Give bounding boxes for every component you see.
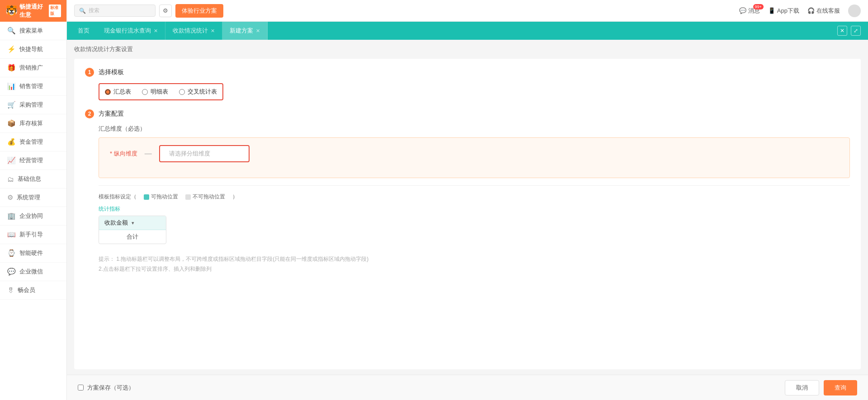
topbar-left: 🔍 搜索 ⚙ 体验行业方案 [74, 4, 732, 18]
notification-button[interactable]: 💬 消息 99+ [739, 7, 760, 15]
sidebar-item-hardware[interactable]: ⌚ 智能硬件 [0, 244, 66, 263]
tab-collection-stat-label: 收款情况统计 [173, 27, 208, 35]
sidebar-item-sales[interactable]: 📊 销售管理 [0, 77, 66, 96]
marketing-icon: 🎁 [7, 64, 16, 72]
sidebar-item-base-info[interactable]: 🗂 基础信息 [0, 170, 66, 188]
dimension-input[interactable]: 请选择分组维度 [159, 145, 250, 162]
step2-section: 2 方案配置 汇总维度（必选） 纵向维度 — 请选择分组维度 [85, 109, 850, 274]
metrics-table: 收款金额 ▾ 合计 [99, 216, 166, 244]
purchase-icon: 🛒 [7, 101, 16, 109]
sidebar-item-finance[interactable]: 💰 资金管理 [0, 133, 66, 151]
tab-bank-flow-close[interactable]: ✕ [154, 28, 158, 34]
metrics-col-body-text: 合计 [127, 233, 138, 240]
download-label: App下载 [777, 7, 799, 15]
radio-summary[interactable]: 汇总表 [105, 88, 131, 96]
metrics-setting-label: 模板指标设定（ [99, 193, 137, 201]
main-area: 🔍 搜索 ⚙ 体验行业方案 💬 消息 99+ 📱 App下载 🎧 在线客服 [67, 0, 868, 400]
online-support-button[interactable]: 🎧 在线客服 [807, 7, 840, 15]
radio-summary-input[interactable] [105, 89, 111, 95]
sidebar-item-system[interactable]: ⚙ 系统管理 [0, 188, 66, 207]
radio-summary-label: 汇总表 [113, 88, 131, 96]
phone-icon: 📱 [768, 7, 775, 14]
finance-icon: 💰 [7, 138, 16, 146]
radio-detail[interactable]: 明细表 [142, 88, 168, 96]
metrics-chevron-icon[interactable]: ▾ [132, 220, 134, 226]
sidebar-item-label: 采购管理 [19, 101, 43, 109]
logo-icon: 🐯 [5, 5, 18, 17]
metrics-section: 模板指标设定（ 可拖动位置 不可拖动位置 ） 统计指标 [99, 193, 850, 245]
tip-2: 2.点击标题栏下拉可设置排序、插入列和删除列 [99, 264, 850, 274]
footer: 方案保存（可选） 取消 查询 [67, 375, 868, 400]
app-download-button[interactable]: 📱 App下载 [768, 7, 799, 15]
step1-section: 1 选择模板 汇总表 明细表 交叉统计表 [85, 68, 850, 100]
step1-number: 1 [85, 68, 94, 77]
user-avatar [848, 5, 861, 17]
sidebar-item-guide[interactable]: 📖 新手引导 [0, 226, 66, 244]
sidebar-item-label: 企业协同 [19, 212, 43, 220]
draggable-label: 可拖动位置 [151, 193, 178, 201]
step2-title: 方案配置 [99, 110, 124, 118]
close-window-button[interactable]: ✕ [837, 26, 847, 36]
step2-number: 2 [85, 109, 94, 118]
support-label: 在线客服 [816, 7, 840, 15]
search-box[interactable]: 🔍 搜索 [74, 5, 156, 17]
section-divider [99, 185, 850, 186]
save-checkbox[interactable] [78, 385, 84, 391]
settings-card: 1 选择模板 汇总表 明细表 交叉统计表 [74, 59, 861, 369]
tip-1: 提示： 1.拖动标题栏可以调整布局，不可跨维度或指标区域拖动栏目字段(只能在同一… [99, 254, 850, 264]
metrics-col-header-row: 收款金额 ▾ [99, 216, 166, 230]
settings-button[interactable]: ⚙ [159, 5, 172, 17]
search-menu-icon: 🔍 [7, 27, 16, 35]
save-label: 方案保存（可选） [87, 384, 134, 392]
message-icon: 💬 [739, 7, 746, 14]
maximize-window-button[interactable]: ⤢ [851, 26, 861, 36]
sidebar-item-label: 智能硬件 [19, 249, 43, 257]
sidebar-item-marketing[interactable]: 🎁 营销推广 [0, 59, 66, 77]
sidebar-item-label: 搜索菜单 [19, 27, 43, 35]
industry-btn[interactable]: 体验行业方案 [175, 4, 223, 18]
tab-collection-stat[interactable]: 收款情况统计 ✕ [165, 22, 222, 40]
metrics-header: 模板指标设定（ 可拖动位置 不可拖动位置 ） [99, 193, 850, 201]
dimension-title: 汇总维度（必选） [99, 125, 850, 133]
sidebar-item-label: 企业微信 [19, 268, 43, 276]
non-draggable-tag: 不可拖动位置 [185, 193, 225, 201]
step1-header: 1 选择模板 [85, 68, 850, 77]
footer-left: 方案保存（可选） [78, 384, 134, 392]
system-icon: ⚙ [7, 193, 13, 202]
sidebar-item-search-menu[interactable]: 🔍 搜索菜单 [0, 22, 66, 40]
sidebar-item-quick-nav[interactable]: ⚡ 快捷导航 [0, 40, 66, 59]
sidebar-item-label: 基础信息 [18, 175, 41, 183]
cancel-button[interactable]: 取消 [785, 380, 819, 395]
draggable-tag: 可拖动位置 [144, 193, 178, 201]
tab-new-plan-close[interactable]: ✕ [256, 28, 260, 34]
hardware-icon: ⌚ [7, 249, 16, 257]
tips-section: 提示： 1.拖动标题栏可以调整布局，不可跨维度或指标区域拖动栏目字段(只能在同一… [99, 254, 850, 274]
sidebar-item-purchase[interactable]: 🛒 采购管理 [0, 96, 66, 114]
draggable-dot-icon [144, 194, 149, 200]
sidebar-item-label: 快捷导航 [19, 45, 43, 53]
query-button[interactable]: 查询 [824, 380, 857, 395]
radio-cross[interactable]: 交叉统计表 [179, 88, 217, 96]
sidebar-item-wechat[interactable]: 💬 企业微信 [0, 263, 66, 281]
arrow-icon: — [145, 150, 152, 158]
sidebar-item-vip[interactable]: 🎖 畅会员 [0, 281, 66, 300]
radio-cross-input[interactable] [179, 89, 185, 95]
radio-detail-input[interactable] [142, 89, 148, 95]
tab-bank-flow[interactable]: 现金银行流水查询 ✕ [97, 22, 165, 40]
base-info-icon: 🗂 [7, 175, 14, 183]
tab-collection-stat-close[interactable]: ✕ [211, 28, 215, 34]
tab-new-plan-label: 新建方案 [230, 27, 253, 35]
sidebar-item-enterprise[interactable]: 🏢 企业协同 [0, 207, 66, 226]
tab-home[interactable]: 首页 [71, 22, 97, 40]
radio-detail-label: 明细表 [151, 88, 168, 96]
sidebar-item-label: 畅会员 [18, 286, 35, 294]
guide-icon: 📖 [7, 231, 16, 239]
sales-icon: 📊 [7, 82, 16, 90]
inventory-icon: 📦 [7, 119, 16, 127]
sidebar-item-label: 经营管理 [19, 156, 43, 165]
headset-icon: 🎧 [807, 7, 815, 14]
breadcrumb: 收款情况统计方案设置 [74, 45, 861, 53]
sidebar-item-operations[interactable]: 📈 经营管理 [0, 151, 66, 170]
sidebar-item-inventory[interactable]: 📦 库存核算 [0, 114, 66, 133]
tab-new-plan[interactable]: 新建方案 ✕ [222, 22, 268, 40]
